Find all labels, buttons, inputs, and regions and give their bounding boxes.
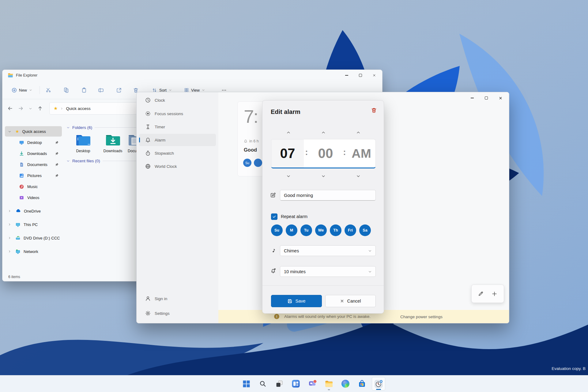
alarm-sound-dropdown[interactable]: Chimes: [280, 245, 376, 256]
folder-icon: [325, 380, 333, 387]
up-button[interactable]: [37, 106, 43, 111]
time-separator: :: [342, 139, 347, 168]
sidebar-item-this-pc[interactable]: This PC: [5, 219, 62, 230]
day-toggle-monday[interactable]: M: [286, 224, 297, 236]
forward-button[interactable]: [18, 106, 24, 111]
sidebar-item-music[interactable]: Music: [5, 181, 62, 192]
desktop-icon: [19, 140, 24, 145]
day-toggle-thursday[interactable]: Th: [330, 224, 341, 236]
day-toggle-friday[interactable]: Fri: [345, 224, 356, 236]
new-button-label: New: [19, 88, 27, 92]
person-icon: [145, 296, 151, 301]
close-button[interactable]: [367, 70, 381, 81]
sidebar-item-network[interactable]: Network: [5, 246, 62, 257]
folder-tile-downloads[interactable]: Downloads: [98, 134, 128, 153]
snooze-time-dropdown[interactable]: 10 minutes: [280, 266, 376, 277]
edge-button[interactable]: [339, 377, 352, 390]
chevron-right-icon: [8, 236, 13, 239]
cancel-button[interactable]: Cancel: [325, 295, 376, 307]
paste-button[interactable]: [78, 85, 90, 96]
minimize-button[interactable]: [340, 70, 353, 81]
file-explorer-titlebar: File Explorer: [2, 70, 382, 81]
repeat-alarm-label: Repeat alarm: [281, 214, 307, 219]
close-button[interactable]: [493, 92, 507, 104]
sidebar-item-pictures[interactable]: Pictures: [5, 170, 62, 181]
folder-tile-desktop[interactable]: Desktop: [68, 134, 98, 153]
sidebar-item-label: Music: [27, 184, 38, 189]
edit-alarms-button[interactable]: [478, 291, 484, 296]
repeat-alarm-checkbox[interactable]: [271, 213, 277, 220]
nav-item-stopwatch[interactable]: Stopwatch: [139, 147, 216, 159]
period-up-button[interactable]: [356, 130, 360, 135]
repeat-days: Su M Tu We Th Fri Sa: [271, 224, 371, 236]
share-button[interactable]: [113, 85, 125, 96]
minute-up-button[interactable]: [321, 130, 326, 135]
recent-files-group-label: Recent files (0): [72, 159, 100, 163]
save-button[interactable]: Save: [271, 295, 322, 307]
alarm-name-input[interactable]: [280, 190, 376, 201]
day-toggle-sunday[interactable]: Su: [271, 224, 283, 236]
clock-app-taskbar-button[interactable]: [372, 377, 385, 390]
hour-down-button[interactable]: [286, 174, 291, 178]
nav-item-alarm[interactable]: Alarm: [139, 134, 216, 146]
sidebar-item-label: Downloads: [27, 151, 47, 156]
sidebar-item-onedrive[interactable]: OneDrive: [5, 206, 62, 216]
cut-button[interactable]: [42, 85, 55, 96]
clock-sidebar: Clock Focus sessions Timer Alarm Stopwa: [137, 92, 218, 323]
period-down-button[interactable]: [356, 174, 360, 178]
delete-alarm-button[interactable]: [371, 107, 377, 113]
sidebar-item-documents[interactable]: Documents: [5, 159, 62, 170]
sidebar-item-dvd-drive[interactable]: DVD Drive (D:) CCCO: [5, 233, 62, 243]
item-count: 6 items: [8, 275, 20, 279]
onedrive-icon: [15, 208, 21, 214]
maximize-icon: [485, 96, 488, 100]
nav-item-settings[interactable]: Settings: [139, 307, 216, 319]
nav-item-world-clock[interactable]: World Clock: [139, 160, 216, 172]
minute-down-button[interactable]: [321, 174, 326, 178]
maximize-button[interactable]: [353, 70, 367, 81]
search-button[interactable]: [256, 377, 270, 390]
widgets-button[interactable]: [289, 377, 303, 390]
sidebar-item-quick-access[interactable]: ★ Quick access: [5, 126, 62, 137]
start-button[interactable]: [239, 377, 253, 390]
paste-icon: [81, 87, 87, 93]
chevron-down-icon: [66, 159, 70, 163]
minute-value[interactable]: 00: [309, 139, 342, 168]
plus-icon: [492, 291, 497, 297]
add-alarm-button[interactable]: [492, 291, 497, 297]
hour-value[interactable]: 07: [271, 139, 304, 168]
sidebar-item-videos[interactable]: Videos: [5, 192, 62, 203]
nav-item-sign-in[interactable]: Sign in: [139, 292, 216, 305]
back-button[interactable]: [7, 106, 13, 111]
file-explorer-taskbar-button[interactable]: [322, 377, 336, 390]
clock-window: 7: in 6 h Good Su Clock Focu: [136, 92, 509, 323]
sidebar-item-label: DVD Drive (D:) CCCO: [24, 236, 60, 240]
change-power-settings-link[interactable]: Change power settings: [398, 314, 444, 319]
save-icon: [287, 299, 292, 304]
store-button[interactable]: [355, 377, 369, 390]
minimize-button[interactable]: [465, 92, 479, 104]
copy-button[interactable]: [60, 85, 72, 96]
chevron-up-icon: [321, 130, 326, 135]
nav-item-focus-sessions[interactable]: Focus sessions: [139, 107, 216, 120]
clock-app-icon: [375, 380, 383, 388]
day-toggle-tuesday[interactable]: Tu: [300, 224, 312, 236]
new-button[interactable]: New: [9, 85, 35, 96]
running-indicator: [328, 389, 330, 390]
videos-icon: [19, 195, 24, 200]
rename-button[interactable]: [95, 85, 107, 96]
day-toggle-wednesday[interactable]: We: [315, 224, 327, 236]
chat-button[interactable]: [306, 377, 319, 390]
sidebar-item-downloads[interactable]: Downloads: [5, 148, 62, 159]
hour-up-button[interactable]: [286, 130, 291, 135]
maximize-button[interactable]: [479, 92, 493, 104]
sidebar-item-desktop[interactable]: Desktop: [5, 137, 62, 148]
recent-locations-button[interactable]: [29, 107, 32, 110]
day-toggle-saturday[interactable]: Sa: [359, 224, 371, 236]
period-value[interactable]: AM: [347, 139, 375, 168]
file-explorer-sidebar: ★ Quick access Desktop Downloads Documen…: [2, 118, 64, 272]
sidebar-item-label: Network: [24, 249, 38, 254]
task-view-button[interactable]: [273, 377, 286, 390]
chevron-right-icon: [60, 107, 63, 110]
nav-item-timer[interactable]: Timer: [139, 121, 216, 133]
